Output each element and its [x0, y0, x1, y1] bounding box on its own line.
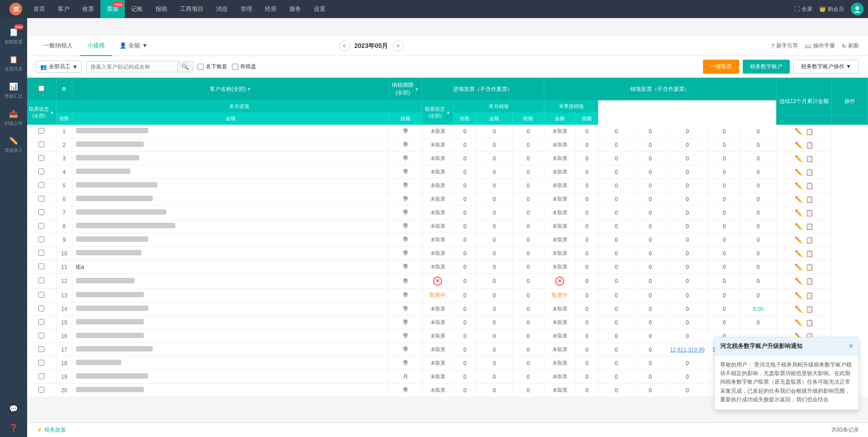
row-checkbox[interactable] — [38, 182, 44, 188]
edit-icon[interactable]: ✏️ — [795, 263, 802, 271]
row-checkbox[interactable] — [38, 236, 44, 242]
edit-icon[interactable]: ✏️ — [795, 277, 802, 285]
row-checkbox[interactable] — [38, 196, 44, 202]
in-tax-cell: 0 — [512, 193, 544, 206]
select-all-checkbox[interactable] — [38, 85, 44, 91]
nav-operation[interactable]: 经营 — [259, 0, 283, 18]
tax-policy-link[interactable]: ⚡ 税务政策 — [36, 426, 66, 434]
employee-select[interactable]: 👥 全部员工 ▼ — [36, 61, 82, 73]
nav-home[interactable]: 首页 — [27, 0, 52, 18]
sidebar-item-smart-ticket[interactable]: 🧾 智能取票 new — [0, 23, 27, 50]
copy-icon[interactable]: 📋 — [806, 277, 813, 285]
nav-tax[interactable]: 报税 — [149, 0, 174, 18]
sidebar-item-entry[interactable]: ✏️ 票据录入 — [0, 131, 27, 158]
digital-account-button[interactable]: 税务数字账户 — [743, 60, 790, 74]
row-checkbox[interactable] — [38, 263, 44, 269]
date-prev-button[interactable]: < — [339, 41, 350, 52]
date-next-button[interactable]: > — [393, 41, 404, 52]
row-checkbox[interactable] — [38, 223, 44, 229]
manual-button[interactable]: 📖 操作手册 — [805, 42, 835, 50]
sidebar-item-scan[interactable]: 📤 扫描上传 — [0, 104, 27, 131]
edit-icon[interactable]: ✏️ — [795, 141, 802, 149]
copy-icon[interactable]: 📋 — [806, 250, 813, 257]
nav-service[interactable]: 服务 — [283, 0, 307, 18]
row-checkbox[interactable] — [38, 387, 44, 393]
row-checkbox[interactable] — [38, 373, 44, 379]
client-name-sort[interactable]: 客户名称(全部) ▼ — [75, 85, 386, 93]
edit-icon[interactable]: ✏️ — [795, 155, 802, 162]
search-button[interactable]: 🔍 — [177, 61, 193, 72]
checkbox-disk[interactable] — [232, 64, 238, 70]
fullscreen-button[interactable]: ⛶ 全屏 — [794, 5, 812, 13]
edit-icon[interactable]: ✏️ — [795, 169, 802, 176]
member-button[interactable]: 👑 购会员 — [819, 5, 844, 13]
edit-icon[interactable]: ✏️ — [795, 319, 802, 326]
nav-receive[interactable]: 收票 — [76, 0, 100, 18]
settings-icon[interactable]: ⚙ — [61, 86, 66, 92]
copy-icon[interactable]: 📋 — [806, 128, 813, 135]
row-checkbox[interactable] — [38, 346, 44, 352]
copy-icon[interactable]: 📋 — [806, 196, 813, 203]
row-checkbox[interactable] — [38, 292, 44, 298]
copy-icon[interactable]: 📋 — [806, 182, 813, 189]
copy-icon[interactable]: 📋 — [806, 155, 813, 162]
row-checkbox[interactable] — [38, 319, 44, 325]
nav-message[interactable]: 消息 — [210, 0, 234, 18]
sidebar-item-invoice-open[interactable]: 📋 发票开具 — [0, 50, 27, 77]
edit-icon[interactable]: ✏️ — [795, 250, 802, 257]
row-checkbox[interactable] — [38, 250, 44, 256]
edit-icon[interactable]: ✏️ — [795, 305, 802, 313]
row-checkbox[interactable] — [38, 333, 44, 338]
row-checkbox[interactable] — [38, 277, 44, 283]
nav-settings[interactable]: 设置 — [307, 0, 332, 18]
tab-general-taxpayer[interactable]: 一般纳税人 — [36, 36, 80, 56]
copy-icon[interactable]: 📋 — [806, 305, 813, 313]
row-checkbox[interactable] — [38, 155, 44, 161]
user-avatar[interactable] — [851, 3, 863, 15]
copy-icon[interactable]: 📋 — [806, 292, 813, 299]
sidebar-item-summary[interactable]: 📊 票据汇总 — [0, 77, 27, 104]
tab-all-in-one[interactable]: 👤 全能 ▼ — [112, 36, 155, 56]
search-input[interactable] — [87, 62, 177, 72]
checkbox-sub[interactable] — [198, 64, 204, 70]
sidebar-item-chat[interactable]: 💬 — [0, 399, 27, 418]
copy-icon[interactable]: 📋 — [806, 319, 813, 326]
edit-icon[interactable]: ✏️ — [795, 236, 802, 244]
refresh-button[interactable]: ↻ 刷新 — [842, 42, 859, 50]
tax-period-sort[interactable]: 纳税期限(全部) ▼ — [392, 81, 419, 97]
new-guide-button[interactable]: ? 新手引导 — [771, 42, 798, 50]
copy-icon[interactable]: 📋 — [806, 236, 813, 244]
in-status-sort[interactable]: 取票状态(全部) ▼ — [29, 106, 54, 119]
nav-accounting[interactable]: 记账 — [125, 0, 149, 18]
row-checkbox[interactable] — [38, 128, 44, 134]
edit-icon[interactable]: ✏️ — [795, 128, 802, 135]
check-has-disk[interactable]: 有税盘 — [232, 63, 256, 70]
check-sub-accounts[interactable]: 名下账套 — [198, 63, 227, 70]
notification-close-button[interactable]: × — [849, 342, 853, 350]
edit-icon[interactable]: ✏️ — [795, 196, 802, 203]
scan-icon: 📤 — [9, 108, 19, 118]
row-checkbox[interactable] — [38, 360, 44, 366]
tab-small-scale[interactable]: 小规模 — [80, 36, 112, 56]
nav-invoice[interactable]: 票据 new — [100, 0, 125, 18]
row-checkbox[interactable] — [38, 169, 44, 174]
nav-manage[interactable]: 管理 — [234, 0, 259, 18]
edit-icon[interactable]: ✏️ — [795, 223, 802, 230]
edit-icon[interactable]: ✏️ — [795, 292, 802, 299]
one-click-button[interactable]: 一键取票 — [703, 60, 739, 74]
row-checkbox[interactable] — [38, 141, 44, 147]
copy-icon[interactable]: 📋 — [806, 223, 813, 230]
edit-icon[interactable]: ✏️ — [795, 209, 802, 216]
edit-icon[interactable]: ✏️ — [795, 182, 802, 189]
digital-ops-button[interactable]: 税务数字账户操作 ▼ — [793, 60, 859, 74]
row-checkbox[interactable] — [38, 305, 44, 311]
nav-business[interactable]: 工商项目 — [174, 0, 210, 18]
out-status-sort[interactable]: 取票状态(全部) ▼ — [424, 106, 452, 119]
sidebar-item-help[interactable]: ❓ — [0, 418, 27, 437]
nav-customer[interactable]: 客户 — [52, 0, 76, 18]
copy-icon[interactable]: 📋 — [806, 141, 813, 149]
row-checkbox[interactable] — [38, 209, 44, 215]
copy-icon[interactable]: 📋 — [806, 169, 813, 176]
copy-icon[interactable]: 📋 — [806, 209, 813, 216]
copy-icon[interactable]: 📋 — [806, 263, 813, 271]
